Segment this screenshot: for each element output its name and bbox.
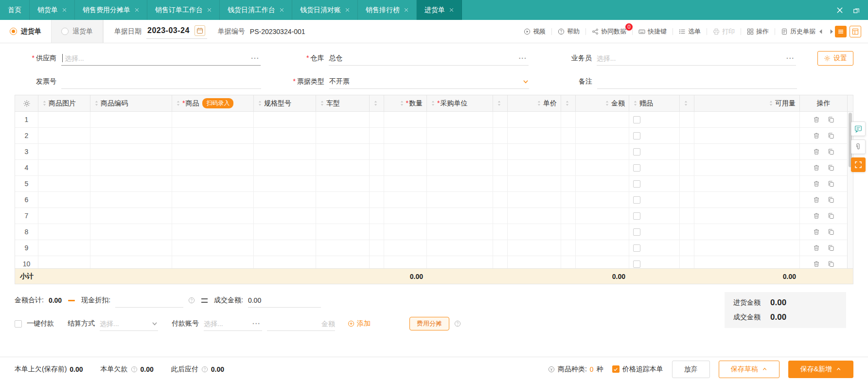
cell-model[interactable] (316, 192, 370, 208)
doc-date-value[interactable]: 2023-03-24 (147, 26, 190, 35)
price-track-checkbox[interactable] (612, 365, 620, 373)
discount-help-icon[interactable] (188, 297, 195, 304)
tab-close-icon[interactable] (449, 8, 454, 12)
settle-method-select[interactable] (100, 316, 158, 331)
doc-type-option-1[interactable]: 退货单 (52, 20, 103, 43)
cell-image[interactable] (38, 144, 90, 159)
order-debt-help-icon[interactable] (131, 366, 138, 373)
cell-available[interactable] (694, 208, 800, 224)
cell-spec[interactable] (254, 128, 316, 143)
cell-model[interactable] (316, 208, 370, 224)
cell-product[interactable] (172, 144, 254, 159)
cell-unit[interactable] (427, 128, 493, 143)
gift-checkbox[interactable] (633, 244, 640, 252)
main-tab-6[interactable]: 销售排行榜 (358, 0, 417, 20)
cell-image[interactable] (38, 128, 90, 143)
col-header-price[interactable]: 单价 (508, 95, 561, 111)
main-tab-2[interactable]: 销售费用分摊单 (75, 0, 147, 20)
main-tab-3[interactable]: 销售订单工作台 (147, 0, 220, 20)
cell-model[interactable] (316, 160, 370, 175)
cell-amount[interactable] (576, 128, 629, 143)
cell-price[interactable] (508, 224, 561, 240)
cell-unit[interactable] (427, 224, 493, 240)
tab-close-icon[interactable] (345, 8, 350, 12)
cell-product[interactable] (172, 176, 254, 191)
calendar-icon[interactable] (195, 25, 205, 36)
cell-available[interactable] (694, 160, 800, 175)
cell-model[interactable] (316, 144, 370, 159)
tab-close-icon[interactable] (207, 8, 212, 12)
list-view-button[interactable] (835, 26, 847, 37)
cell-image[interactable] (38, 192, 90, 208)
toolbar-action-video[interactable]: 视频 (524, 27, 546, 36)
cell-model[interactable] (316, 112, 370, 127)
col-header-available[interactable]: 可用量 (694, 95, 800, 111)
col-header-ops[interactable]: 操作 (800, 95, 847, 111)
cell-unit[interactable] (427, 176, 493, 191)
cell-amount[interactable] (576, 192, 629, 208)
warehouse-picker-icon[interactable]: ··· (517, 54, 529, 62)
cell-unit[interactable] (427, 240, 493, 256)
tab-close-icon[interactable] (404, 8, 408, 12)
cell-price[interactable] (508, 208, 561, 224)
main-tab-4[interactable]: 钱货日清工作台 (220, 0, 292, 20)
col-header-unit[interactable]: 采购单位 (427, 95, 493, 111)
col-header-image[interactable]: 商品图片 (38, 95, 90, 111)
attachment-icon[interactable] (851, 139, 866, 154)
cell-amount[interactable] (576, 224, 629, 240)
cell-available[interactable] (694, 192, 800, 208)
deal-amount-input[interactable] (248, 296, 321, 304)
gift-checkbox[interactable] (633, 212, 640, 220)
cell-amount[interactable] (576, 144, 629, 159)
gift-checkbox[interactable] (633, 228, 640, 236)
table-settings-icon[interactable] (15, 95, 38, 111)
copy-row-icon[interactable] (828, 244, 834, 251)
cell-code[interactable] (90, 112, 172, 127)
cell-model[interactable] (316, 128, 370, 143)
cell-unit[interactable] (427, 160, 493, 175)
toolbar-action-history[interactable]: 历史单据 (781, 27, 815, 36)
cell-product[interactable] (172, 192, 254, 208)
copy-row-icon[interactable] (828, 212, 834, 219)
cell-qty[interactable] (384, 192, 427, 208)
col-header-product[interactable]: 商品扫码录入 (172, 95, 254, 111)
scroll-right-icon[interactable] (828, 28, 835, 35)
add-payment-button[interactable]: 添加 (348, 319, 371, 328)
cell-product[interactable] (172, 128, 254, 143)
cell-product[interactable] (172, 160, 254, 175)
tab-close-icon[interactable] (135, 8, 139, 12)
gift-checkbox[interactable] (633, 148, 640, 156)
gift-checkbox[interactable] (633, 132, 640, 139)
cell-unit[interactable] (427, 112, 493, 127)
cash-discount-input[interactable] (115, 296, 183, 304)
cell-code[interactable] (90, 176, 172, 191)
salesman-picker-icon[interactable]: ··· (785, 54, 796, 62)
cell-qty[interactable] (384, 144, 427, 159)
col-header-model[interactable]: 车型 (316, 95, 370, 111)
toolbar-action-ops[interactable]: 操作 (747, 27, 769, 36)
gift-checkbox[interactable] (633, 116, 640, 123)
cell-price[interactable] (508, 144, 561, 159)
scroll-left-icon[interactable] (817, 28, 824, 35)
cell-spec[interactable] (254, 192, 316, 208)
toolbar-action-help[interactable]: 帮助 (558, 27, 580, 36)
cell-image[interactable] (38, 176, 90, 191)
gift-checkbox[interactable] (633, 260, 640, 268)
save-draft-button[interactable]: 保存草稿 (719, 361, 779, 378)
cell-product[interactable] (172, 240, 254, 256)
cell-amount[interactable] (576, 208, 629, 224)
copy-row-icon[interactable] (828, 260, 834, 267)
pay-amount-input[interactable] (267, 320, 335, 328)
remark-input[interactable] (597, 78, 797, 86)
cell-code[interactable] (90, 160, 172, 175)
tab-close-icon[interactable] (280, 8, 284, 12)
cell-qty[interactable] (384, 208, 427, 224)
cell-price[interactable] (508, 176, 561, 191)
cell-product[interactable] (172, 256, 254, 268)
delete-row-icon[interactable] (813, 164, 820, 171)
toolbar-action-hotkey[interactable]: 快捷键 (638, 27, 667, 36)
restore-window-icon[interactable] (849, 2, 864, 18)
layout-view-button[interactable] (850, 26, 861, 37)
cell-code[interactable] (90, 208, 172, 224)
cell-model[interactable] (316, 176, 370, 191)
